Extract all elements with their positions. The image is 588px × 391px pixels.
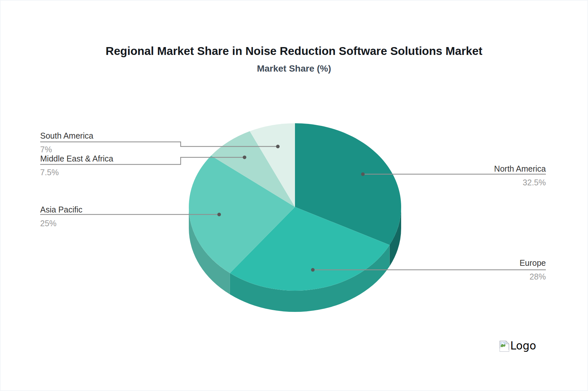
slice-label-north-america: North America 32.5%	[494, 164, 546, 187]
pie-slices	[189, 123, 401, 291]
slice-value: 28%	[519, 272, 546, 281]
slice-name: Europe	[519, 258, 546, 268]
slice-value: 32.5%	[494, 178, 546, 187]
slice-label-middle-east-africa: Middle East & Africa 7.5%	[40, 154, 113, 177]
slice-value: 25%	[40, 219, 82, 228]
slice-name: North America	[494, 164, 546, 174]
logo-watermark: Logo	[499, 339, 536, 352]
leader-dot-north-america	[361, 172, 365, 176]
pie-chart	[0, 0, 588, 391]
leader-dot-europe	[311, 268, 315, 272]
slice-label-europe: Europe 28%	[519, 258, 546, 281]
slice-label-south-america: South America 7%	[40, 131, 93, 154]
logo-alt-text: Logo	[510, 339, 536, 352]
leader-dot-asia-pacific	[217, 213, 221, 216]
leader-dot-middle-east-africa	[243, 156, 246, 159]
slice-name: Asia Pacific	[40, 205, 82, 214]
leader-dot-south-america	[276, 145, 280, 148]
slice-value: 7.5%	[40, 168, 113, 177]
broken-image-icon	[499, 341, 510, 352]
slice-name: Middle East & Africa	[40, 154, 113, 163]
slice-label-asia-pacific: Asia Pacific 25%	[40, 205, 82, 228]
slice-name: South America	[40, 131, 93, 141]
slice-value: 7%	[40, 145, 93, 154]
